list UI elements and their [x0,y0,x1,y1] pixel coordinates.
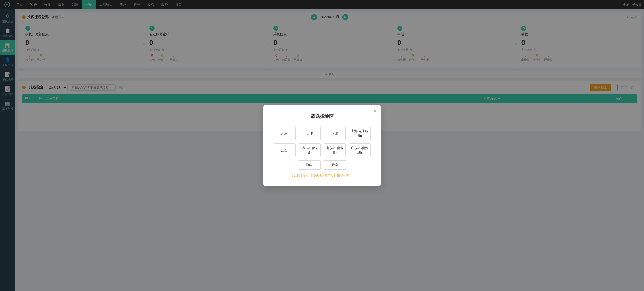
region-select-modal: ✕ 请选择地区 北京 天津 河北 上海(电子税局) 江苏 浙江(不含宁波) 山东… [263,105,381,186]
region-shandong[interactable]: 山东(不含青岛) [324,143,346,157]
region-jiangsu[interactable]: 江苏 [274,143,296,157]
region-row-2: 江苏 浙江(不含宁波) 山东(不含青岛) 广东(不含深圳) [274,143,371,157]
region-shanghai[interactable]: 上海(电子税局) [349,127,371,140]
modal-close-button[interactable]: ✕ [373,109,377,113]
region-tianjin[interactable]: 天津 [299,127,321,140]
region-yunnan[interactable]: 云南 [324,160,346,170]
region-row-1: 北京 天津 河北 上海(电子税局) [274,127,371,140]
modal-overlay[interactable]: ✕ 请选择地区 北京 天津 河北 上海(电子税局) 江苏 浙江(不含宁波) 山东… [0,0,644,291]
region-beijing[interactable]: 北京 [274,127,296,140]
region-guangdong[interactable]: 广东(不含深圳) [349,143,371,157]
modal-title: 请选择地区 [274,113,371,119]
modal-warning: ℹ 除以上地区外其他地区暂不支持报税检查！ [274,174,371,178]
region-row-3: 海南 云南 [298,160,346,170]
region-hainan[interactable]: 海南 [298,160,321,170]
warning-icon: ℹ [292,174,293,177]
region-hebei[interactable]: 河北 [324,127,346,140]
region-zhejiang[interactable]: 浙江(不含宁波) [299,143,321,157]
warning-text: 除以上地区外其他地区暂不支持报税检查！ [294,174,352,178]
